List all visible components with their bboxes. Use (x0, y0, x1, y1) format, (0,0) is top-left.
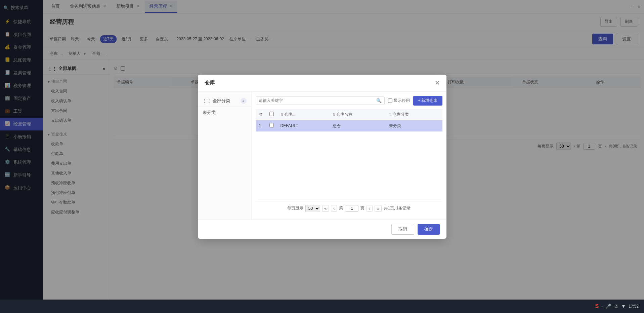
show-disabled-label: 显示停用 (394, 98, 410, 104)
collapse-icon: « (242, 99, 244, 103)
modal-footer: 取消 确定 (198, 220, 446, 239)
row-checkbox[interactable] (269, 123, 274, 127)
sort-icon3: ⇅ (389, 113, 392, 116)
table-row[interactable]: 1 DEFAULT 总仓 未分类 (256, 120, 442, 131)
modal-confirm-button[interactable]: 确定 (418, 224, 440, 235)
taskbar-dot-icon: · (601, 304, 603, 309)
row-cell-id: 1 (256, 120, 266, 131)
modal-cancel-button[interactable]: 取消 (391, 224, 414, 235)
modal-col-code-label: 仓库... (284, 112, 296, 117)
taskbar-s-icon: S (595, 303, 599, 309)
modal-all-category-label: 全部分类 (213, 98, 230, 104)
modal-col-code: ⇅ 仓库... (277, 109, 329, 120)
taskbar: S · 🎤 🖥 ▼ 17:52 (0, 300, 644, 313)
modal-col-checkbox (266, 109, 277, 120)
modal-search-box: 🔍 (256, 96, 385, 105)
modal-close-button[interactable]: ✕ (435, 79, 440, 87)
modal-left-collapse-btn[interactable]: « (241, 98, 247, 104)
warehouse-modal: 仓库 ✕ ⋮⋮ 全部分类 « 未分类 (198, 75, 446, 239)
modal-page-unit: 页 (360, 205, 364, 211)
modal-right-panel: 🔍 显示停用 + 新增仓库 ⚙ (252, 92, 446, 220)
modal-col-name: ⇅ 仓库名称 (329, 109, 386, 120)
show-disabled-checkbox[interactable] (388, 99, 392, 103)
sort-icon1: ⇅ (281, 113, 283, 116)
taskbar-filter-icon[interactable]: ▼ (621, 304, 626, 309)
modal-body: ⋮⋮ 全部分类 « 未分类 🔍 显示停用 (198, 92, 446, 220)
row-cell-code: DEFAULT (277, 120, 329, 131)
modal-first-page-btn[interactable]: « (322, 205, 329, 212)
modal-header: 仓库 ✕ (198, 75, 446, 92)
taskbar-screen-icon[interactable]: 🖥 (614, 304, 618, 309)
modal-per-page-label: 每页显示 (287, 205, 303, 211)
row-cell-checkbox (266, 120, 277, 131)
modal-total: 共1页, 1条记录 (384, 205, 411, 211)
modal-col-name-label: 仓库名称 (336, 112, 352, 117)
modal-next-page-btn[interactable]: › (367, 205, 373, 212)
modal-col-category: ⇅ 仓库分类 (386, 109, 442, 120)
list-icon: ⋮⋮ (203, 98, 211, 103)
modal-overlay: 仓库 ✕ ⋮⋮ 全部分类 « 未分类 (0, 0, 644, 313)
show-disabled-checkbox-label: 显示停用 (388, 98, 410, 104)
modal-col-category-label: 仓库分类 (393, 112, 409, 117)
modal-warehouse-table: ⚙ ⇅ 仓库... ⇅ 仓库名称 (256, 109, 442, 132)
modal-page-input[interactable] (345, 205, 358, 212)
taskbar-mic-icon[interactable]: 🎤 (605, 304, 611, 309)
modal-uncategorized-item[interactable]: 未分类 (198, 107, 251, 118)
modal-page-label: 第 (339, 205, 343, 211)
modal-title: 仓库 (205, 80, 215, 86)
modal-left-panel: ⋮⋮ 全部分类 « 未分类 (198, 92, 252, 220)
row-cell-name: 总仓 (329, 120, 386, 131)
modal-last-page-btn[interactable]: » (375, 205, 382, 212)
modal-toolbar: 🔍 显示停用 + 新增仓库 (256, 96, 442, 106)
modal-table-wrap: ⚙ ⇅ 仓库... ⇅ 仓库名称 (256, 109, 442, 198)
row-cell-category: 未分类 (386, 120, 442, 131)
modal-per-page-select[interactable]: 50 (305, 205, 320, 212)
sort-icon2: ⇅ (333, 113, 335, 116)
modal-search-input[interactable] (259, 98, 375, 103)
modal-pagination: 每页显示 50 « ‹ 第 页 › » 共1页, 1条记录 (256, 201, 442, 216)
taskbar-time: 17:52 (629, 304, 639, 309)
search-icon2: 🔍 (376, 98, 382, 103)
modal-left-header[interactable]: ⋮⋮ 全部分类 « (198, 95, 251, 107)
add-warehouse-button[interactable]: + 新增仓库 (413, 96, 442, 106)
modal-col-settings: ⚙ (256, 109, 266, 120)
modal-select-all[interactable] (269, 112, 274, 116)
modal-table-header-row: ⚙ ⇅ 仓库... ⇅ 仓库名称 (256, 109, 442, 120)
modal-prev-page-btn[interactable]: ‹ (331, 205, 337, 212)
